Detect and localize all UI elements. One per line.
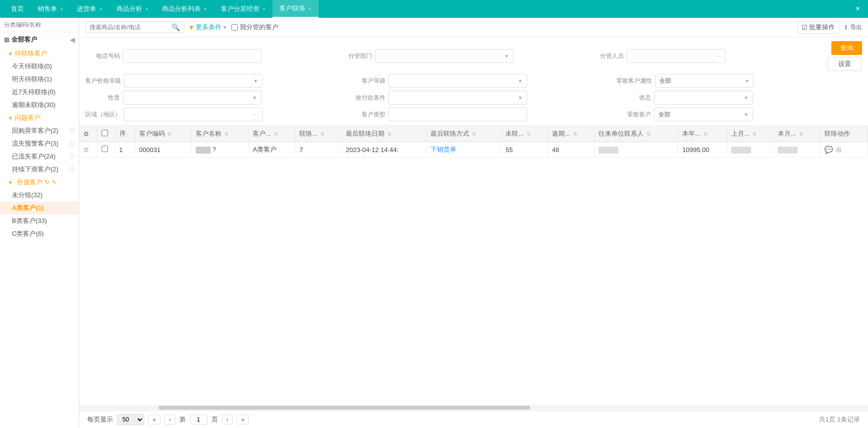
filter-person-select[interactable]: ···: [627, 49, 726, 63]
filter-search-icon[interactable]: 🔍: [171, 23, 180, 31]
col-no-contact[interactable]: 未联... ⇅: [501, 126, 548, 142]
col-contact-count-sort[interactable]: ⇅: [321, 131, 325, 137]
cell-gear[interactable]: ⚙: [79, 142, 97, 158]
filter-dept-select[interactable]: ▼: [375, 49, 514, 63]
gear-icon[interactable]: ⚙: [83, 130, 89, 138]
col-this-month-sort[interactable]: ⇅: [799, 131, 803, 137]
nav-tab-customer-contact[interactable]: 客户联络 ×: [272, 0, 318, 18]
col-last-date[interactable]: 最后联络日期 ⇅: [341, 126, 426, 142]
cell-last-method[interactable]: 下销货单: [427, 142, 501, 158]
sidebar-item-repurchase-abnormal[interactable]: 回购异常客户(2) ⓘ: [0, 124, 79, 137]
nav-tab-purchaseorder[interactable]: 进货单 ×: [70, 0, 109, 18]
nav-tab-purchaseorder-close[interactable]: ×: [99, 6, 102, 12]
sidebar-item-overdue[interactable]: 逾期未联络(30): [0, 99, 79, 111]
message-icon[interactable]: 💬: [824, 146, 833, 154]
nav-tab-customer-segment-close[interactable]: ×: [263, 6, 266, 12]
prev-page-btn[interactable]: ‹: [164, 415, 175, 425]
filter-payment-select[interactable]: ▼: [388, 91, 527, 105]
col-level[interactable]: 客户... ⇅: [249, 126, 295, 142]
filter-person-dots[interactable]: ···: [716, 53, 721, 59]
col-code[interactable]: 客户编码 ⇅: [135, 126, 192, 142]
col-no-contact-sort[interactable]: ⇅: [527, 131, 531, 137]
col-last-method-sort[interactable]: ⇅: [472, 131, 476, 137]
sidebar-item-tomorrow[interactable]: 明天待联络(1): [0, 73, 79, 86]
first-page-btn[interactable]: «: [148, 415, 161, 425]
col-this-year[interactable]: 本年... ⇅: [678, 126, 727, 142]
filter-cust-type-select[interactable]: [388, 107, 527, 121]
col-last-method[interactable]: 最后联络方式 ⇅: [427, 126, 501, 142]
sidebar-item-ungrouped[interactable]: 未分组(32): [0, 189, 79, 202]
cell-checkbox[interactable]: [97, 142, 115, 158]
col-last-month-sort[interactable]: ⇅: [753, 131, 757, 137]
query-btn[interactable]: 查询: [831, 41, 862, 55]
sidebar-item-class-c[interactable]: C类客户(6): [0, 227, 79, 240]
sidebar-item-class-b[interactable]: B类客户(33): [0, 214, 79, 227]
nav-tab-customer-contact-close[interactable]: ×: [308, 5, 311, 11]
filter-my-customers-checkbox[interactable]: [231, 24, 238, 31]
sidebar-section-pending[interactable]: ▼ 待联络客户: [0, 47, 79, 60]
last-method-link[interactable]: 下销货单: [431, 146, 456, 153]
setting-btn[interactable]: 设置: [827, 57, 862, 71]
sidebar-item-churned[interactable]: 已流失客户(24) ⓘ: [0, 150, 79, 163]
refresh-icon[interactable]: ↻: [45, 179, 50, 186]
batch-op-btn[interactable]: ☑ 批量操作: [797, 21, 839, 34]
col-this-year-sort[interactable]: ⇅: [704, 131, 707, 137]
nav-home[interactable]: 首页: [4, 0, 31, 18]
edit-icon[interactable]: ✎: [52, 179, 56, 186]
filter-retail-cust-select[interactable]: 全部 ▼: [654, 107, 753, 121]
col-name[interactable]: 客户名称 ⇅: [192, 126, 249, 142]
next-page-btn[interactable]: ›: [222, 415, 233, 425]
col-this-month[interactable]: 本月... ⇅: [774, 126, 820, 142]
col-overdue-sort[interactable]: ⇅: [573, 131, 577, 137]
col-contact-count[interactable]: 联络... ⇅: [295, 126, 342, 142]
sidebar-search-input[interactable]: [4, 21, 78, 28]
col-level-sort[interactable]: ⇅: [274, 131, 278, 137]
nav-tab-product-analysis-list-close[interactable]: ×: [204, 6, 207, 12]
col-gear[interactable]: ⚙: [79, 126, 97, 142]
nav-tab-product-analysis[interactable]: 商品分析 ×: [109, 0, 155, 18]
col-overdue[interactable]: 逾期... ⇅: [548, 126, 595, 142]
qr-icon[interactable]: ⊞: [836, 146, 842, 154]
export-btn[interactable]: ⬆ 导出: [843, 21, 862, 34]
filter-status-select[interactable]: ▼: [654, 91, 753, 105]
filter-price-level-select[interactable]: ▼: [124, 74, 263, 88]
sidebar-item-declining[interactable]: 持续下滑客户(2) ⓘ: [0, 163, 79, 176]
col-last-date-sort[interactable]: ⇅: [387, 131, 391, 137]
col-contact-person-sort[interactable]: ⇅: [647, 131, 651, 137]
col-last-month[interactable]: 上月... ⇅: [727, 126, 774, 142]
sidebar-all-customers[interactable]: ⊞ 全部客户 ◀: [0, 32, 79, 47]
col-checkbox[interactable]: [97, 126, 115, 142]
last-page-btn[interactable]: »: [237, 415, 249, 425]
sidebar-item-today[interactable]: 今天待联络(0): [0, 60, 79, 73]
cell-name[interactable]: ?: [192, 142, 249, 158]
sidebar-section-value[interactable]: ▼ 价值客户 ↻ ✎: [0, 176, 79, 189]
col-contact-person[interactable]: 往来单位联系人 ⇅: [595, 126, 678, 142]
nav-tab-salesorder-close[interactable]: ×: [60, 6, 63, 12]
sidebar-item-churn-warning[interactable]: 流失预警客户(3) ⓘ: [0, 137, 79, 150]
row-gear-icon[interactable]: ⚙: [83, 146, 89, 154]
row-checkbox[interactable]: [102, 146, 108, 152]
filter-region-dots[interactable]: ···: [253, 111, 258, 118]
filter-nature-select[interactable]: ▼: [123, 91, 262, 105]
filter-more-btn[interactable]: ▼ 更多条件 ▼: [188, 23, 227, 32]
filter-search-input[interactable]: [90, 24, 169, 31]
horizontal-scrollbar[interactable]: [79, 405, 868, 411]
filter-phone-input[interactable]: [123, 49, 262, 63]
page-size-select[interactable]: 50 100 200: [117, 414, 144, 425]
sidebar-item-7days[interactable]: 近7天待联络(0): [0, 86, 79, 99]
nav-tab-product-analysis-list[interactable]: 商品分析列表 ×: [155, 0, 214, 18]
nav-tab-customer-segment[interactable]: 客户分层经营 ×: [214, 0, 272, 18]
sidebar-section-problem[interactable]: ▼ 问题客户: [0, 111, 79, 124]
filter-retail-attr-select[interactable]: 全部 ▼: [655, 74, 754, 88]
nav-tab-salesorder[interactable]: 销售单 ×: [31, 0, 70, 18]
col-name-sort[interactable]: ⇅: [224, 131, 228, 137]
sidebar-item-class-a[interactable]: A类客户(1): [0, 202, 79, 214]
scrollbar-thumb[interactable]: [159, 406, 530, 410]
page-input[interactable]: [190, 415, 208, 425]
window-close-btn[interactable]: ×: [852, 4, 864, 13]
nav-tab-product-analysis-close[interactable]: ×: [145, 6, 148, 12]
select-all-checkbox[interactable]: [102, 130, 108, 136]
filter-region-select[interactable]: ···: [124, 107, 263, 121]
filter-cust-level-select[interactable]: ▼: [388, 74, 527, 88]
sidebar-collapse-btn[interactable]: ◀: [70, 36, 75, 44]
